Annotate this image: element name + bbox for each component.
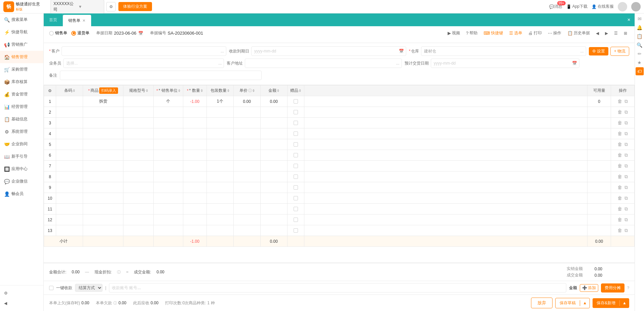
video-button[interactable]: ▶ 视频: [446, 30, 462, 37]
gift-checkbox[interactable]: [294, 218, 298, 222]
history-button[interactable]: 📋 历史单据: [565, 30, 592, 37]
radio-sales-order[interactable]: 销售单: [49, 30, 67, 36]
sidebar-item-member[interactable]: 👤 畅会员: [0, 188, 43, 200]
delete-row-button[interactable]: 🗑: [617, 120, 623, 125]
sidebar-item-system[interactable]: ⚙ 系统管理: [0, 125, 43, 138]
row-unit[interactable]: 个: [154, 96, 183, 107]
sidebar-settings-button[interactable]: ⚙: [0, 288, 43, 298]
sidebar-item-basic-info[interactable]: 📋 基础信息: [0, 113, 43, 125]
row-qty[interactable]: -1.00: [183, 96, 206, 107]
gift-checkbox[interactable]: [294, 164, 298, 168]
copy-row-button[interactable]: ⧉: [624, 195, 629, 201]
row-amount[interactable]: 0.00: [260, 96, 287, 107]
rs-btn-7[interactable]: 🏷: [636, 67, 644, 75]
rs-btn-6[interactable]: ★: [636, 59, 644, 67]
copy-row-button[interactable]: ⧉: [624, 163, 629, 169]
th-settings[interactable]: ⚙: [44, 85, 56, 96]
rs-btn-1[interactable]: ✉: [636, 15, 644, 23]
sidebar-item-enterprise[interactable]: 🤝 企业协同: [0, 138, 43, 150]
row-price[interactable]: 0.00: [233, 96, 260, 107]
company-selector[interactable]: XXXXXX公司 ▼: [50, 0, 104, 14]
price-info-icon[interactable]: ⓘ: [248, 88, 252, 93]
expected-date-input[interactable]: yyyy-mm-dd 📅: [431, 59, 579, 68]
view-grid-button[interactable]: ⊞: [622, 30, 629, 36]
sidebar-item-inventory[interactable]: 📦 库存核算: [0, 76, 43, 88]
gift-checkbox[interactable]: [294, 185, 298, 190]
sidebar-item-wechat[interactable]: 💬 企业微信: [0, 175, 43, 188]
rs-btn-3[interactable]: 📋: [636, 32, 644, 40]
one-click-pay-checkbox[interactable]: [49, 286, 53, 290]
payment-method-select[interactable]: 结算方式: [75, 284, 103, 292]
gift-checkbox[interactable]: [294, 207, 298, 211]
fee-help-icon[interactable]: ?: [627, 286, 629, 290]
message-button[interactable]: 💬 消息 99+: [549, 4, 562, 9]
gift-checkbox[interactable]: [294, 153, 298, 157]
rs-btn-2[interactable]: 🔔: [636, 24, 644, 32]
sidebar-item-search[interactable]: 🔍 搜索菜单: [0, 13, 43, 26]
logistics-button[interactable]: + 物流: [610, 47, 629, 56]
copy-row-button[interactable]: ⧉: [624, 185, 629, 190]
salesperson-input[interactable]: 选择... ...: [63, 59, 224, 68]
shortcut-button[interactable]: ⌨ 快捷键: [482, 30, 505, 37]
save-new-button[interactable]: 保存&新增 ▲: [593, 298, 629, 308]
rs-btn-5[interactable]: ✏: [636, 50, 644, 58]
discard-button[interactable]: 放弃: [531, 298, 553, 308]
row-product[interactable]: 拆货: [83, 96, 123, 107]
sidebar-item-purchase[interactable]: 🛒 采购管理: [0, 63, 43, 76]
sidebar-item-app-center[interactable]: 🔲 应用中心: [0, 163, 43, 175]
help-button[interactable]: ? 帮助: [464, 30, 480, 37]
fee-split-button[interactable]: 费用分摊: [601, 283, 624, 293]
sidebar-item-marketing[interactable]: 📢 营销推广: [0, 38, 43, 51]
cash-discount-info-icon[interactable]: ⓘ: [117, 270, 121, 275]
copy-row-button[interactable]: ⧉: [624, 99, 629, 104]
customer-input[interactable]: ...: [62, 46, 226, 56]
sidebar-collapse-button[interactable]: ◀: [0, 298, 43, 308]
select-order-button[interactable]: ☰ 选单: [507, 30, 524, 37]
settings-button[interactable]: ⚙ 设置: [589, 47, 608, 55]
row-spec[interactable]: [123, 96, 154, 107]
user-avatar[interactable]: [618, 2, 627, 11]
delete-row-button[interactable]: 🗑: [617, 185, 623, 190]
due-date-input[interactable]: yyyy-mm-dd 📅: [251, 46, 406, 56]
row-pkg-qty[interactable]: 1个: [206, 96, 233, 107]
tab-close-icon[interactable]: ✕: [82, 18, 85, 23]
gift-checkbox[interactable]: [294, 110, 298, 114]
tab-sales-order[interactable]: 销售单 ✕: [63, 15, 91, 26]
copy-row-button[interactable]: ⧉: [624, 174, 629, 180]
trial-button[interactable]: 体验行业方案: [118, 2, 152, 11]
delete-row-button[interactable]: 🗑: [617, 163, 623, 168]
tab-home[interactable]: 首页: [44, 13, 63, 26]
gift-checkbox[interactable]: [294, 174, 298, 179]
copy-row-button[interactable]: ⧉: [624, 142, 629, 147]
gift-checkbox[interactable]: [294, 99, 298, 104]
row-barcode[interactable]: [56, 96, 83, 107]
remarks-input[interactable]: [60, 71, 262, 80]
delete-row-button[interactable]: 🗑: [617, 228, 623, 233]
operations-button[interactable]: ⋯ 操作: [546, 30, 563, 37]
copy-row-button[interactable]: ⧉: [624, 120, 629, 126]
delete-row-button[interactable]: 🗑: [617, 217, 623, 222]
copy-row-button[interactable]: ⧉: [624, 217, 629, 223]
tab-close-all-button[interactable]: ✕: [623, 13, 635, 26]
sidebar-item-sales[interactable]: 🏠 销售管理: [0, 51, 43, 63]
delete-row-button[interactable]: 🗑: [617, 99, 623, 104]
sidebar-item-quick-nav[interactable]: ⚡ 快捷导航: [0, 26, 43, 38]
copy-row-button[interactable]: ⧉: [624, 131, 629, 137]
user-avatar-2[interactable]: [631, 2, 641, 11]
delete-row-button[interactable]: 🗑: [617, 174, 623, 179]
view-list-button[interactable]: ☰: [612, 30, 620, 36]
print-button[interactable]: 🖨 打印: [526, 30, 544, 37]
rs-btn-4[interactable]: 🔍: [636, 41, 644, 49]
delete-row-button[interactable]: 🗑: [617, 152, 623, 158]
gift-checkbox[interactable]: [294, 196, 298, 200]
copy-row-button[interactable]: ⧉: [624, 228, 629, 233]
delete-row-button[interactable]: 🗑: [617, 195, 623, 201]
delete-row-button[interactable]: 🗑: [617, 109, 623, 115]
online-service-button[interactable]: 👤 在线客服: [592, 4, 614, 9]
prev-button[interactable]: ◀: [594, 30, 601, 36]
delete-row-button[interactable]: 🗑: [617, 131, 623, 136]
save-draft-arrow-icon[interactable]: ▲: [580, 301, 590, 305]
delete-row-button[interactable]: 🗑: [617, 142, 623, 147]
owe-info-icon[interactable]: ⓘ: [113, 301, 117, 306]
copy-row-button[interactable]: ⧉: [624, 206, 629, 212]
